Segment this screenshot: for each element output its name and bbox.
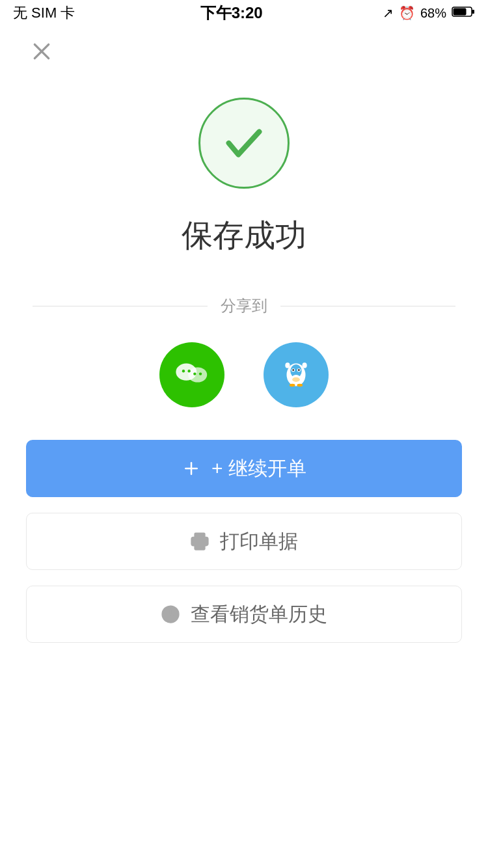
alarm-icon: ⏰ (399, 5, 415, 21)
svg-rect-2 (453, 8, 466, 15)
svg-point-9 (187, 370, 190, 372)
svg-point-7 (188, 367, 207, 382)
status-time: 下午3:20 (200, 3, 263, 23)
close-button[interactable] (26, 36, 57, 67)
svg-point-21 (297, 384, 303, 387)
wechat-share-button[interactable] (159, 342, 224, 407)
svg-point-10 (193, 372, 196, 375)
no-sim-text: 无 SIM 卡 (13, 3, 75, 23)
svg-point-16 (292, 369, 294, 371)
svg-point-17 (298, 369, 300, 371)
print-button[interactable]: 打印单据 (26, 513, 462, 570)
svg-point-28 (204, 540, 206, 542)
status-bar: 无 SIM 卡 下午3:20 ↗ ⏰ 68% (0, 0, 488, 26)
share-divider: 分享到 (0, 295, 488, 316)
status-right: ↗ ⏰ 68% (383, 5, 475, 21)
continue-order-button[interactable]: + 继续开单 (26, 440, 462, 497)
share-icons (0, 342, 488, 407)
location-icon: ↗ (383, 5, 394, 21)
success-title: 保存成功 (182, 215, 306, 256)
battery-icon (452, 6, 475, 21)
main-content: 保存成功 分享到 (0, 26, 488, 643)
share-section: 分享到 (0, 295, 488, 407)
action-buttons: + 继续开单 打印单据 查看销货单历史 (0, 440, 488, 643)
continue-order-label: + 继续开单 (211, 455, 306, 482)
svg-rect-3 (472, 10, 474, 14)
svg-point-22 (285, 362, 290, 368)
print-label: 打印单据 (220, 528, 298, 555)
svg-point-23 (302, 362, 306, 368)
svg-point-11 (199, 372, 202, 375)
success-icon-circle (198, 98, 290, 189)
qq-share-button[interactable] (264, 342, 329, 407)
history-button[interactable]: 查看销货单历史 (26, 586, 462, 643)
svg-point-20 (290, 384, 295, 387)
history-label: 查看销货单历史 (191, 601, 327, 628)
share-label: 分享到 (208, 295, 280, 316)
battery-text: 68% (420, 6, 446, 21)
status-left: 无 SIM 卡 (13, 3, 80, 23)
svg-point-8 (182, 370, 185, 372)
svg-point-19 (292, 377, 300, 382)
